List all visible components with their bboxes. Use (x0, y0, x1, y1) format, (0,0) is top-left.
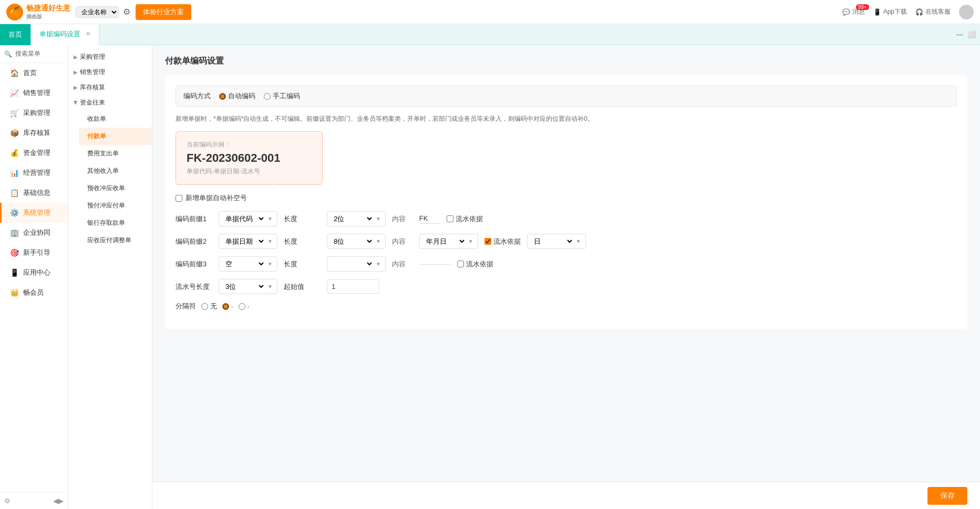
prefix2-serial-unit-arrow: ▼ (576, 238, 581, 244)
search-label: 搜索菜单 (15, 49, 40, 58)
sidebar-collapse-icon[interactable]: ◀▶ (53, 497, 64, 505)
auto-encoding-radio[interactable]: 自动编码 (219, 91, 255, 101)
start-value-input[interactable] (327, 279, 379, 294)
sidebar-item-basic[interactable]: 📋 基础信息 (0, 183, 68, 203)
sub-group-sales[interactable]: ▶ 销售管理 (68, 65, 152, 80)
avatar[interactable] (959, 5, 974, 19)
sidebar-item-guide[interactable]: 🎯 新手引导 (0, 243, 68, 263)
prefix3-label: 编码前缀3 (176, 259, 212, 269)
service-item[interactable]: 🎧 在线客服 (915, 7, 951, 16)
prefix2-serial-input[interactable] (484, 238, 491, 245)
prefix1-length-select[interactable]: 2位 ▼ (327, 211, 386, 226)
sub-item-prepaid-payment[interactable]: 预付冲应付单 (79, 197, 152, 214)
tab-bar: 首页 单据编码设置 ✕ — ⬜ (0, 24, 980, 45)
sub-group-purchase[interactable]: ▶ 采购管理 (68, 49, 152, 65)
topbar-left: 🍊 畅捷通好生意 插曲版 企业名称 ⚙ 体验行业方案 (6, 4, 191, 20)
prefix3-serial-checkbox[interactable]: 流水依据 (457, 259, 493, 269)
prefix2-select[interactable]: 单据日期 无 ▼ (219, 234, 277, 249)
company-select[interactable]: 企业名称 (76, 6, 119, 18)
message-item[interactable]: 💬 消息 99+ (842, 7, 865, 16)
code-preview: 当前编码示例： FK-20230602-001 单据代码-单据日期-流水号 (176, 131, 323, 185)
logo: 🍊 畅捷通好生意 插曲版 (6, 4, 70, 20)
tab-encoding[interactable]: 单据编码设置 ✕ (31, 24, 99, 45)
sidebar-search[interactable]: 🔍 搜索菜单 (0, 45, 68, 63)
sep-dot-input[interactable] (239, 303, 245, 310)
sub-item-payment[interactable]: 付款单 (79, 128, 152, 145)
prefix3-length-select[interactable]: ▼ (327, 256, 386, 272)
tab-minimize-icon[interactable]: — (956, 30, 963, 38)
manual-encoding-radio[interactable]: 手工编码 (264, 91, 300, 101)
sub-item-prepaid-receipt[interactable]: 预收冲应收单 (79, 180, 152, 197)
prefix2-serial-checkbox[interactable]: 流水依据 (484, 237, 521, 246)
logo-icon: 🍊 (6, 4, 23, 20)
prefix3-length-input[interactable] (332, 259, 374, 268)
service-label: 在线客服 (925, 7, 951, 16)
serial-length-select[interactable]: 3位 4位 5位 ▼ (219, 279, 277, 294)
prefix2-length-select[interactable]: 8位 ▼ (327, 234, 386, 249)
sidebar-item-sales[interactable]: 📈 销售管理 (0, 83, 68, 103)
auto-radio-input[interactable] (219, 93, 226, 100)
sidebar-item-inventory[interactable]: 📦 库存核算 (0, 123, 68, 143)
sub-group-capital[interactable]: ▶ 资金往来 (68, 95, 152, 110)
prefix3-serial-input[interactable] (457, 261, 464, 267)
sidebar-operation-label: 经营管理 (23, 168, 50, 178)
search-icon: 🔍 (4, 50, 12, 58)
info-text: 新增单据时，*单据编码*自动生成，不可编辑。前缀设置为部门、业务员等档案类，开单… (176, 114, 957, 124)
sidebar-item-finance[interactable]: 💰 资金管理 (0, 143, 68, 163)
sub-item-adjustment[interactable]: 应收应付调整单 (79, 232, 152, 249)
prefix1-length-input[interactable]: 2位 (332, 214, 374, 223)
settings-icon[interactable]: ⚙ (123, 7, 130, 17)
prefix1-select-input[interactable]: 单据代码 无 (223, 214, 265, 223)
sidebar-item-home[interactable]: 🏠 首页 (0, 63, 68, 83)
prefix2-serial-unit-select[interactable]: 日 月 年 ▼ (527, 234, 586, 249)
inventory-arrow: ▶ (74, 85, 78, 90)
prefix2-length-input[interactable]: 8位 (332, 237, 374, 246)
sub-item-expense[interactable]: 费用支出单 (79, 145, 152, 162)
sidebar-bottom: ⚙ ◀▶ (0, 492, 68, 509)
prefix1-serial-checkbox[interactable]: 流水依据 (447, 214, 483, 224)
income-label: 其他收入单 (87, 167, 119, 175)
prefix2-content-select[interactable]: 年月日 年月 年 ▼ (419, 234, 478, 249)
sep-dash-radio[interactable]: · (222, 303, 233, 310)
message-icon: 💬 (842, 8, 850, 16)
save-button[interactable]: 保存 (927, 487, 967, 505)
prefix2-content-input[interactable]: 年月日 年月 年 (424, 237, 466, 246)
sidebar-item-operation[interactable]: 📊 经营管理 (0, 163, 68, 183)
serial-length-input[interactable]: 3位 4位 5位 (223, 282, 265, 291)
sep-none-radio[interactable]: 无 (201, 302, 217, 311)
sidebar-item-member[interactable]: 👑 畅会员 (0, 283, 68, 303)
sidebar-item-system[interactable]: ⚙️ 系统管理 (0, 203, 68, 223)
inventory-icon: 📦 (10, 129, 19, 137)
basic-icon: 📋 (10, 189, 19, 197)
sidebar-item-purchase[interactable]: 🛒 采购管理 (0, 103, 68, 123)
finance-icon: 💰 (10, 149, 19, 157)
sub-item-bank-deposit[interactable]: 银行存取款单 (79, 214, 152, 232)
sub-group-inventory[interactable]: ▶ 库存核算 (68, 80, 152, 95)
autofill-checkbox[interactable] (176, 195, 182, 202)
app-download-item[interactable]: 📱 App下载 (873, 7, 907, 16)
prefix2-serial-unit-input[interactable]: 日 月 年 (532, 237, 574, 246)
sub-item-receipt[interactable]: 收款单 (79, 110, 152, 128)
sep-none-input[interactable] (201, 303, 208, 310)
sidebar-item-apps[interactable]: 📱 应用中心 (0, 263, 68, 283)
sep-dot-radio[interactable]: · (239, 303, 250, 310)
prefix1-serial-label: 流水依据 (456, 214, 483, 224)
cta-button[interactable]: 体验行业方案 (136, 4, 191, 20)
prefix3-select-input[interactable]: 空 部门 (223, 259, 265, 268)
prefix3-select[interactable]: 空 部门 ▼ (219, 256, 277, 272)
sep-dash-input[interactable] (222, 303, 229, 310)
prefix2-select-input[interactable]: 单据日期 无 (223, 237, 265, 246)
company-icon: 🏢 (10, 228, 19, 237)
prefix1-arrow: ▼ (267, 216, 273, 222)
sub-item-income[interactable]: 其他收入单 (79, 162, 152, 180)
sidebar-settings-icon[interactable]: ⚙ (4, 497, 11, 505)
manual-radio-input[interactable] (264, 93, 271, 100)
preview-label: 当前编码示例： (187, 140, 312, 149)
prefix1-serial-input[interactable] (447, 215, 453, 222)
tab-home[interactable]: 首页 (0, 24, 31, 45)
prefix1-select[interactable]: 单据代码 无 ▼ (219, 211, 277, 226)
tab-maximize-icon[interactable]: ⬜ (967, 30, 976, 38)
tab-close-icon[interactable]: ✕ (86, 30, 90, 37)
prefix3-content-value (419, 263, 451, 265)
sidebar-item-company[interactable]: 🏢 企业协同 (0, 223, 68, 243)
